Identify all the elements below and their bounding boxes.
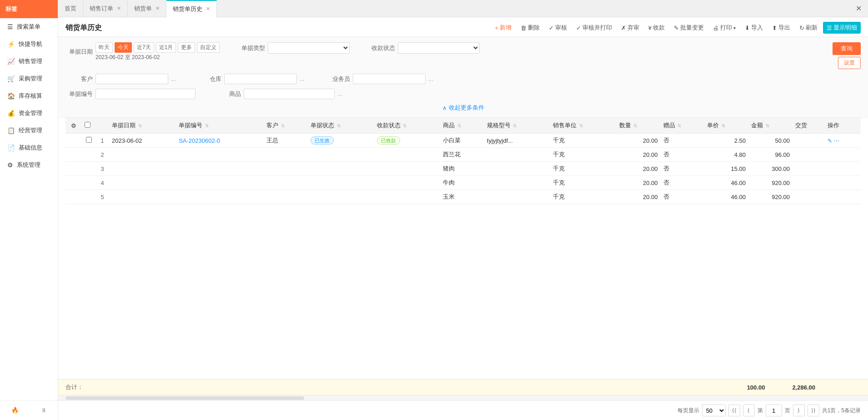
date-yesterday[interactable]: 昨天 bbox=[95, 42, 113, 53]
goods-input[interactable] bbox=[244, 89, 335, 99]
customer-input[interactable] bbox=[95, 74, 168, 84]
col-settings[interactable]: ⚙ bbox=[65, 118, 82, 134]
collapse-button[interactable]: ∧ 收起更多条件 bbox=[65, 104, 861, 112]
more-action[interactable]: ⋯ bbox=[834, 138, 839, 144]
col-payment-status[interactable]: 收款状态 ⇅ bbox=[374, 118, 440, 134]
col-gift[interactable]: 赠品 ⇅ bbox=[661, 118, 705, 134]
date-btns: 昨天 今天 近7天 近1月 更多 自定义 bbox=[95, 42, 220, 53]
window-close-button[interactable]: ✕ bbox=[849, 0, 868, 17]
sidebar-bottom-btn-right[interactable]: ⏸ bbox=[38, 404, 50, 416]
cell-checkbox[interactable] bbox=[82, 134, 95, 148]
export-button[interactable]: ⬆ 导出 bbox=[768, 22, 794, 34]
date-7days[interactable]: 近7天 bbox=[134, 42, 154, 53]
cell-spec bbox=[484, 162, 550, 176]
col-customer[interactable]: 客户 ⇅ bbox=[264, 118, 308, 134]
sidebar-item-search-menu[interactable]: ☰ 搜索菜单 bbox=[0, 18, 58, 35]
sidebar-item-inventory[interactable]: 🏠 库存核算 bbox=[0, 87, 58, 105]
salesperson-input[interactable] bbox=[353, 74, 426, 84]
col-action: 操作 bbox=[825, 118, 861, 134]
import-button[interactable]: ⬇ 导入 bbox=[741, 22, 767, 34]
payment-status-select[interactable] bbox=[398, 42, 480, 54]
sidebar-item-sales-mgmt[interactable]: 📈 销售管理 bbox=[0, 53, 58, 70]
cell-doc-no[interactable] bbox=[176, 148, 264, 162]
tab-sales-order[interactable]: 销售订单 ✕ bbox=[83, 0, 128, 17]
col-unit[interactable]: 销售单位 ⇅ bbox=[550, 118, 616, 134]
col-doc-no[interactable]: 单据编号 ⇅ bbox=[176, 118, 264, 134]
query-button[interactable]: 查询 bbox=[833, 42, 861, 55]
show-detail-button[interactable]: ☰ 显示明细 bbox=[823, 22, 861, 34]
audit-button[interactable]: ✓ 审核 bbox=[545, 22, 571, 34]
tab-sales-goods[interactable]: 销货单 ✕ bbox=[128, 0, 166, 17]
sidebar-item-purchase-mgmt[interactable]: 🛒 采购管理 bbox=[0, 70, 58, 87]
cell-quantity: 20.00 bbox=[617, 190, 661, 204]
col-goods[interactable]: 商品 ⇅ bbox=[440, 118, 484, 134]
date-more[interactable]: 更多 bbox=[178, 42, 195, 53]
cell-checkbox[interactable] bbox=[82, 190, 95, 204]
refresh-button[interactable]: ↻ 刷新 bbox=[796, 22, 821, 34]
page-next-button[interactable]: ⟩ bbox=[793, 405, 805, 416]
col-checkbox[interactable] bbox=[82, 118, 95, 134]
filter-doc-type: 单据类型 bbox=[238, 42, 350, 54]
tab-sales-goods-close[interactable]: ✕ bbox=[156, 5, 160, 11]
edit-action[interactable]: ✎ bbox=[828, 138, 832, 144]
page-number-input[interactable] bbox=[766, 405, 782, 416]
tab-sales-history-close[interactable]: ✕ bbox=[206, 6, 210, 12]
audit-print-button[interactable]: ✓ 审核并打印 bbox=[572, 22, 616, 34]
delete-button[interactable]: 🗑 删除 bbox=[517, 22, 543, 34]
add-button[interactable]: + 新增 bbox=[491, 22, 515, 34]
page-last-button[interactable]: ⟩⟩ bbox=[808, 405, 819, 416]
per-page-select[interactable]: 50 100 bbox=[702, 405, 726, 416]
date-today[interactable]: 今天 bbox=[115, 42, 132, 53]
date-1month[interactable]: 近1月 bbox=[156, 42, 176, 53]
col-amount[interactable]: 金额 ⇅ bbox=[748, 118, 793, 134]
cell-gift: 否 bbox=[661, 134, 705, 148]
tab-sales-order-close[interactable]: ✕ bbox=[117, 5, 121, 11]
sidebar-item-basic-info[interactable]: 📄 基础信息 bbox=[0, 139, 58, 156]
select-all-checkbox[interactable] bbox=[85, 122, 90, 128]
set-button[interactable]: 设置 bbox=[838, 57, 861, 69]
query-set-group: 查询 设置 bbox=[833, 42, 861, 69]
col-spec[interactable]: 规格型号 ⇅ bbox=[484, 118, 550, 134]
doc-no-input[interactable] bbox=[95, 89, 196, 99]
scrollbar-thumb[interactable] bbox=[65, 396, 304, 400]
discard-button[interactable]: ✗ 弃审 bbox=[617, 22, 643, 34]
row-checkbox[interactable] bbox=[86, 137, 92, 143]
cell-doc-no[interactable] bbox=[176, 162, 264, 176]
sidebar-item-label: 采购管理 bbox=[19, 75, 42, 83]
cell-checkbox[interactable] bbox=[82, 148, 95, 162]
sidebar-item-ops-mgmt[interactable]: 📋 经营管理 bbox=[0, 122, 58, 139]
batch-change-button[interactable]: ✎ 批量变更 bbox=[670, 22, 707, 34]
warehouse-dots[interactable]: ... bbox=[300, 75, 305, 82]
tab-sales-history[interactable]: 销货单历史 ✕ bbox=[166, 0, 217, 17]
cell-action: ✎⋯ bbox=[825, 134, 861, 148]
sidebar-item-label: 经营管理 bbox=[19, 126, 42, 135]
sidebar-item-sys-mgmt[interactable]: ⚙ 系统管理 bbox=[0, 156, 58, 174]
sidebar-item-finance-mgmt[interactable]: 💰 资金管理 bbox=[0, 105, 58, 122]
page-prev-button[interactable]: ⟨ bbox=[743, 405, 755, 416]
print-button[interactable]: 🖨 打印 ▾ bbox=[709, 22, 739, 34]
salesperson-dots[interactable]: ... bbox=[428, 75, 433, 82]
sidebar-bottom-btn-left[interactable]: 🔥 bbox=[9, 404, 21, 416]
col-doc-date[interactable]: 单据日期 ⇅ bbox=[109, 118, 176, 134]
purchase-mgmt-icon: 🛒 bbox=[7, 75, 15, 82]
cell-doc-no[interactable] bbox=[176, 176, 264, 190]
customer-dots[interactable]: ... bbox=[171, 75, 176, 82]
doc-type-select[interactable] bbox=[268, 42, 350, 54]
cell-doc-no[interactable] bbox=[176, 190, 264, 204]
col-quantity[interactable]: 数量 ⇅ bbox=[617, 118, 661, 134]
goods-dots[interactable]: ... bbox=[337, 90, 342, 97]
cell-amount: 50.00 bbox=[748, 134, 793, 148]
col-doc-status[interactable]: 单据状态 ⇅ bbox=[308, 118, 374, 134]
sidebar-item-quick-nav[interactable]: ⚡ 快捷导航 bbox=[0, 35, 58, 53]
date-custom[interactable]: 自定义 bbox=[197, 42, 220, 53]
scrollbar-area[interactable] bbox=[58, 395, 868, 400]
warehouse-input[interactable] bbox=[224, 74, 297, 84]
cell-goods: 小白菜 bbox=[440, 134, 484, 148]
cell-doc-no[interactable]: SA-20230602-0 bbox=[176, 134, 264, 148]
cell-checkbox[interactable] bbox=[82, 162, 95, 176]
tab-home[interactable]: 首页 bbox=[58, 0, 83, 17]
col-unit-price[interactable]: 单价 ⇅ bbox=[704, 118, 748, 134]
page-first-button[interactable]: ⟨⟨ bbox=[728, 405, 740, 416]
collect-button[interactable]: ¥ 收款 bbox=[645, 22, 668, 34]
cell-checkbox[interactable] bbox=[82, 176, 95, 190]
